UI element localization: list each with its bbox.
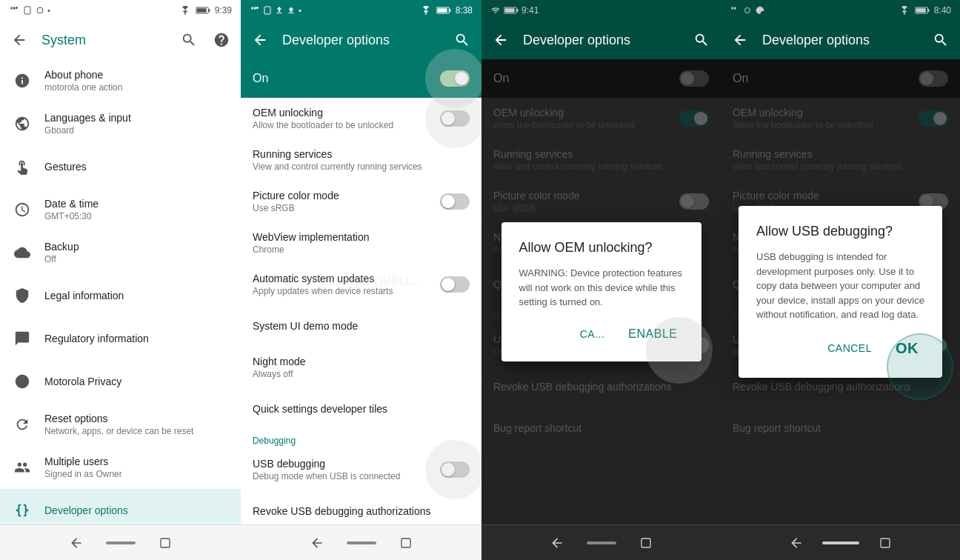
home-nav-1[interactable] [99,528,143,558]
globe-icon [12,113,33,134]
recent-nav-3[interactable] [624,528,668,558]
settings-item-users[interactable]: Multiple users Signed in as Owner [0,446,241,489]
wifi-icon-3a [490,6,501,15]
svg-rect-12 [264,7,270,14]
home-nav-4[interactable] [819,528,863,558]
recent-nav-1[interactable] [143,528,187,558]
oem-dialog: Allow OEM unlocking? WARNING: Device pro… [501,222,701,361]
back-button-3[interactable] [490,30,511,50]
status-icons-right: 9:39 [179,5,232,16]
settings-item-backup[interactable]: Backup Off [0,231,241,274]
auto-updates-item[interactable]: Automatic system updates Apply updates w… [241,264,481,305]
picture-color-toggle[interactable] [440,193,470,210]
settings-item-reset[interactable]: Reset options Network, apps, or device c… [0,403,241,446]
page-title-4: Developer options [762,33,919,48]
back-nav-2[interactable] [295,528,339,558]
oem-toggle-wrap[interactable] [440,110,470,127]
sim-icon [22,6,33,15]
quick-settings-item[interactable]: Quick settings developer tiles [241,388,481,430]
motorola-icon [12,371,33,392]
back-button-4[interactable] [730,30,750,50]
auto-updates-toggle[interactable] [440,276,470,293]
dev-toggle-wrap-2[interactable] [440,70,470,87]
panel-developer-options: • 8:38 Developer options On OEM unlockin [241,0,481,560]
settings-item-datetime[interactable]: Date & time GMT+05:30 [0,188,241,231]
usb-debugging-item[interactable]: USB debugging Debug mode when USB is con… [241,449,481,490]
svg-rect-20 [641,539,650,547]
back-button-1[interactable] [9,30,30,50]
settings-item-regulatory[interactable]: Regulatory information [0,317,241,360]
settings-item-gestures[interactable]: Gestures [0,145,241,188]
panel-system-settings: • 9:39 System About phone motorola one a… [0,0,241,560]
about-phone-sub: motorola one action [44,82,229,93]
usb-toggle-wrap[interactable] [440,461,470,478]
battery-icon-2 [436,6,451,15]
home-nav-3[interactable] [579,528,624,558]
svg-point-4 [37,7,43,13]
svg-rect-26 [916,8,925,12]
svg-point-23 [745,8,750,13]
svg-rect-3 [24,7,30,14]
oem-cancel-button[interactable]: Ca... [574,324,611,344]
dev-on-label-2: On [253,72,268,85]
help-button-1[interactable] [211,30,232,50]
oem-unlock-item[interactable]: OEM unlocking Allow the bootloader to be… [241,98,481,139]
time-4: 8:40 [934,5,951,16]
wifi-icon-2 [420,6,432,15]
battery-icon-4 [915,6,930,15]
usb-dialog-title: Allow USB debugging? [756,224,924,239]
recent-nav-4[interactable] [863,528,907,558]
svg-point-11 [256,7,259,9]
wifi-icon-4 [899,6,910,15]
status-right-2: 8:38 [420,5,473,16]
bottom-nav-2 [241,524,481,560]
battery-icon-1 [196,6,210,15]
back-button-2[interactable] [250,30,270,50]
svg-rect-14 [449,9,450,12]
webview-item[interactable]: WebView implementation Chrome [241,222,481,264]
back-nav-4[interactable] [774,528,819,558]
search-button-4[interactable] [930,30,951,50]
usb-dialog-body: USB debugging is intended for developmen… [756,250,924,322]
search-button-1[interactable] [179,30,199,50]
notif-icon-4 [730,6,740,15]
oem-dialog-title: Allow OEM unlocking? [519,240,684,256]
status-icons-left: • [9,6,50,15]
home-nav-2[interactable] [339,528,384,558]
night-mode-item[interactable]: Night mode Always off [241,347,481,388]
gesture-icon [12,156,33,177]
app-bar-1: System [0,21,241,59]
download-icon-2 [275,6,284,15]
system-ui-demo-item[interactable]: System UI demo mode [241,305,481,347]
app-bar-3: Developer options [481,21,721,59]
dev-on-row-2: On [241,59,481,98]
usb-cancel-button[interactable]: Cancel [821,337,878,360]
settings-item-motorola-privacy[interactable]: Motorola Privacy [0,360,241,403]
lock-icon [36,6,44,15]
status-bar-2: • 8:38 [241,0,481,21]
back-nav-3[interactable] [535,528,579,558]
usb-ripple [425,440,481,499]
settings-item-legal[interactable]: Legal information [0,274,241,317]
recent-nav-2[interactable] [384,528,428,558]
svg-rect-8 [161,539,170,547]
search-button-2[interactable] [452,30,473,50]
settings-item-languages[interactable]: Languages & input Gboard [0,102,241,145]
settings-item-developer[interactable]: Developer options [0,489,241,524]
status-bar-4: 8:40 [721,0,960,21]
info-icon [12,70,33,91]
back-nav-1[interactable] [54,528,99,558]
settings-item-about[interactable]: About phone motorola one action [0,59,241,102]
svg-rect-27 [881,539,890,547]
panel-developer-oem-dialog: 9:41 Developer options On OEM unlocking … [481,0,721,560]
enable-circle [646,317,713,384]
svg-rect-22 [734,7,736,10]
search-button-3[interactable] [691,30,712,50]
bottom-nav-1 [0,524,241,560]
lock-icon-4 [743,6,752,15]
developer-content-2: OEM unlocking Allow the bootloader to be… [241,98,481,524]
svg-rect-19 [504,8,514,12]
file-icon [9,6,19,15]
svg-rect-18 [516,9,518,12]
picture-color-item[interactable]: Picture color mode Use sRGB [241,181,481,222]
